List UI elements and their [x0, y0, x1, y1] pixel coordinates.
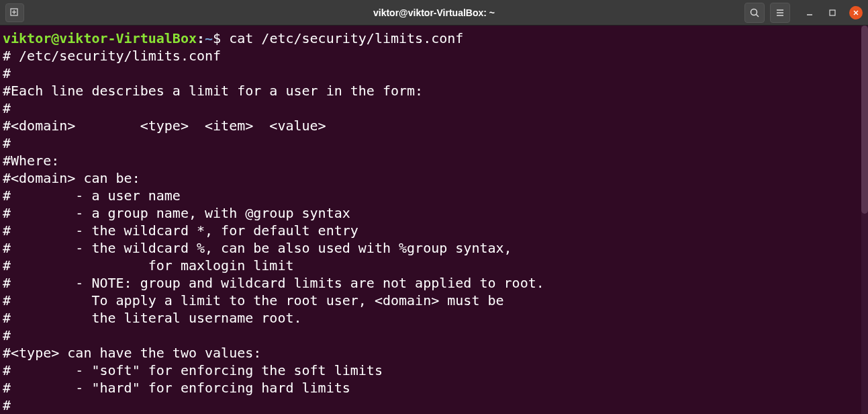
- output-line: # /etc/security/limits.conf: [3, 47, 865, 65]
- minimize-button[interactable]: [804, 7, 816, 19]
- output-line: # - the wildcard %, can be also used wit…: [3, 239, 865, 257]
- prompt-separator: :: [197, 30, 205, 46]
- output-line: #: [3, 65, 865, 82]
- window-controls: [804, 6, 863, 19]
- output-line: #<domain> can be:: [3, 169, 865, 187]
- minimize-icon: [806, 9, 814, 17]
- hamburger-icon: [775, 7, 785, 18]
- output-line: # the literal username root.: [3, 309, 865, 327]
- output-line: # - a group name, with @group syntax: [3, 204, 865, 222]
- output-line: # - "hard" for enforcing hard limits: [3, 379, 865, 397]
- output-line: # - a user name: [3, 187, 865, 204]
- output-line: # - NOTE: group and wildcard limits are …: [3, 274, 865, 292]
- output-line: #: [3, 99, 865, 117]
- svg-rect-9: [830, 10, 835, 15]
- output-line: #Each line describes a limit for a user …: [3, 82, 865, 99]
- output-line: # - the wildcard *, for default entry: [3, 222, 865, 239]
- scrollbar-thumb[interactable]: [861, 26, 868, 214]
- output-container: # /etc/security/limits.conf##Each line d…: [3, 47, 865, 414]
- output-line: #<domain> <type> <item> <value>: [3, 117, 865, 134]
- prompt-symbol: $: [213, 30, 221, 46]
- vertical-scrollbar[interactable]: [861, 26, 868, 414]
- maximize-button[interactable]: [826, 7, 838, 19]
- command-input: cat /etc/security/limits.conf: [229, 30, 463, 46]
- titlebar-left-section: [5, 3, 24, 22]
- maximize-icon: [828, 9, 836, 17]
- search-icon: [749, 7, 760, 18]
- svg-point-3: [751, 9, 757, 15]
- new-tab-icon: [9, 7, 20, 18]
- window-titlebar: viktor@viktor-VirtualBox: ~: [0, 0, 868, 26]
- terminal-output-area[interactable]: viktor@viktor-VirtualBox:~$ cat /etc/sec…: [0, 26, 868, 414]
- close-icon: [853, 9, 859, 16]
- command-text: [221, 30, 229, 46]
- output-line: #<type> can have the two values:: [3, 344, 865, 362]
- output-line: #: [3, 134, 865, 152]
- titlebar-right-section: [744, 3, 863, 23]
- prompt-user-host: viktor@viktor-VirtualBox: [3, 30, 197, 46]
- window-title: viktor@viktor-VirtualBox: ~: [373, 7, 495, 18]
- output-line: #: [3, 327, 865, 344]
- output-line: #: [3, 397, 865, 414]
- new-tab-button[interactable]: [5, 3, 24, 22]
- menu-button[interactable]: [770, 3, 790, 23]
- output-line: #Where:: [3, 152, 865, 169]
- prompt-path: ~: [205, 30, 213, 46]
- search-button[interactable]: [744, 3, 765, 23]
- svg-line-4: [757, 14, 759, 17]
- output-line: # - "soft" for enforcing the soft limits: [3, 362, 865, 379]
- output-line: # To apply a limit to the root user, <do…: [3, 292, 865, 309]
- close-button[interactable]: [849, 6, 863, 19]
- output-line: # for maxlogin limit: [3, 257, 865, 274]
